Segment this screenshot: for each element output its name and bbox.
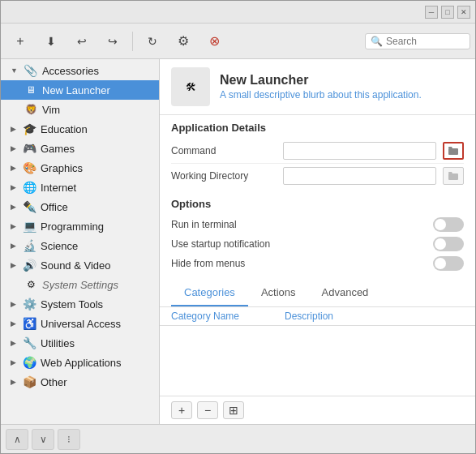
expand-arrow-icon: ▶ [11,144,16,152]
search-icon: 🔍 [371,36,383,47]
add-button[interactable]: + [6,27,35,56]
app-title: New Launcher [220,73,422,88]
sidebar: ▼ 📎 Accessories 🖥 New Launcher 🦁 Vim ▶ 🎓… [1,59,160,424]
command-input[interactable] [283,142,436,160]
sidebar-item-label: System Tools [41,298,103,311]
accessories-icon: 📎 [24,63,38,78]
expand-arrow-icon: ▶ [11,242,16,250]
expand-arrow-icon: ▶ [11,378,16,386]
nav-down-btn[interactable]: ∨ [32,429,54,450]
tab-categories[interactable]: Categories [171,280,248,306]
nav-settings-btn[interactable]: ⁝ [58,429,80,450]
sidebar-item-system-tools[interactable]: ▶ ⚙️ System Tools [1,294,159,314]
hide-menus-label: Hide from menus [171,258,433,269]
application-details: Application Details Command Working Dire… [160,115,475,195]
minimize-btn[interactable]: ─ [425,6,438,19]
expand-arrow-icon: ▶ [11,125,16,133]
sidebar-item-internet[interactable]: ▶ 🌐 Internet [1,178,159,197]
delete-button[interactable]: ⊗ [199,27,229,56]
working-dir-row: Working Directory [171,164,464,188]
expand-arrow-icon: ▶ [11,319,16,328]
tabs-bar: Categories Actions Advanced [160,280,475,307]
sidebar-item-vim[interactable]: 🦁 Vim [1,100,159,119]
expand-arrow-icon: ▼ [11,66,18,75]
content-panel: 🛠 New Launcher A small descriptive blurb… [160,59,475,424]
run-terminal-label: Run in terminal [171,219,433,230]
tab-actions[interactable]: Actions [248,280,309,306]
hide-menus-toggle[interactable] [433,256,464,271]
options-section: Options Run in terminal Use startup noti… [160,195,475,280]
sidebar-item-label: New Launcher [42,84,110,96]
undo-button[interactable]: ↩ [67,27,96,56]
tab-advanced[interactable]: Advanced [309,280,382,306]
startup-notify-row: Use startup notification [171,234,464,254]
app-icon-emoji: 🛠 [186,81,196,93]
sidebar-item-web-applications[interactable]: ▶ 🌍 Web Applications [1,353,159,372]
run-terminal-toggle[interactable] [433,217,464,232]
games-icon: 🎮 [22,141,36,156]
working-dir-input[interactable] [283,167,436,185]
expand-arrow-icon: ▶ [11,300,16,308]
system-settings-icon: ⚙ [24,277,38,292]
sound-video-icon: 🔊 [22,258,36,272]
sidebar-item-label: Games [41,143,75,155]
search-input[interactable] [386,36,465,47]
internet-icon: 🌐 [22,180,36,195]
edit-category-btn[interactable]: ⊞ [223,401,244,419]
startup-notify-toggle[interactable] [433,237,464,251]
sidebar-item-label: Web Applications [41,357,122,369]
expand-arrow-icon: ▶ [11,164,16,172]
sidebar-item-sound-video[interactable]: ▶ 🔊 Sound & Video [1,255,159,275]
command-file-browse-btn[interactable] [443,142,464,160]
maximize-btn[interactable]: □ [441,6,454,19]
col-header-desc: Description [285,311,464,322]
hide-menus-row: Hide from menus [171,254,464,273]
working-dir-browse-btn[interactable] [443,167,464,185]
expand-arrow-icon: ▶ [11,183,16,191]
sidebar-item-new-launcher[interactable]: 🖥 New Launcher [1,80,159,100]
sidebar-item-system-settings[interactable]: ⚙ System Settings [1,275,159,294]
sidebar-item-universal-access[interactable]: ▶ ♿ Universal Access [1,314,159,333]
sidebar-item-utilities[interactable]: ▶ 🔧 Utilities [1,333,159,353]
web-applications-icon: 🌍 [22,355,36,370]
install-button[interactable]: ⬇ [36,27,66,56]
run-terminal-row: Run in terminal [171,215,464,234]
programming-icon: 💻 [22,219,36,233]
sidebar-item-label: Office [41,201,68,213]
sidebar-item-education[interactable]: ▶ 🎓 Education [1,119,159,139]
toolbar: + ⬇ ↩ ↪ ↻ ⚙ ⊗ 🔍 [1,24,475,59]
sidebar-item-science[interactable]: ▶ 🔬 Science [1,236,159,255]
app-info: New Launcher A small descriptive blurb a… [220,73,422,101]
sidebar-item-label: System Settings [42,279,118,291]
sidebar-item-label: Sound & Video [41,259,111,272]
close-btn[interactable]: ✕ [457,6,470,19]
sidebar-item-accessories[interactable]: ▼ 📎 Accessories [1,61,159,80]
sidebar-item-label: Other [41,376,67,388]
nav-up-btn[interactable]: ∧ [6,429,28,450]
redo-button[interactable]: ↪ [98,27,127,56]
sidebar-item-label: Utilities [41,337,75,349]
sidebar-item-office[interactable]: ▶ ✒️ Office [1,197,159,216]
col-header-name: Category Name [171,311,285,322]
svg-rect-1 [448,173,458,180]
other-icon: 📦 [22,375,36,389]
command-label: Command [171,145,277,156]
main-content: ▼ 📎 Accessories 🖥 New Launcher 🦁 Vim ▶ 🎓… [1,59,475,424]
sidebar-item-label: Internet [41,182,76,194]
sidebar-item-other[interactable]: ▶ 📦 Other [1,372,159,392]
add-category-btn[interactable]: + [171,401,192,419]
folder-icon [448,145,459,156]
expand-arrow-icon: ▶ [11,358,16,366]
refresh-button[interactable]: ↻ [138,27,167,56]
startup-notify-label: Use startup notification [171,238,433,250]
sidebar-item-games[interactable]: ▶ 🎮 Games [1,139,159,158]
properties-button[interactable]: ⚙ [169,27,198,56]
sidebar-item-programming[interactable]: ▶ 💻 Programming [1,216,159,236]
working-dir-label: Working Directory [171,170,277,182]
sidebar-item-graphics[interactable]: ▶ 🎨 Graphics [1,158,159,178]
expand-arrow-icon: ▶ [11,222,16,230]
remove-category-btn[interactable]: − [197,401,218,419]
expand-arrow-icon: ▶ [11,261,16,269]
vim-icon: 🦁 [24,102,38,117]
education-icon: 🎓 [22,122,36,136]
